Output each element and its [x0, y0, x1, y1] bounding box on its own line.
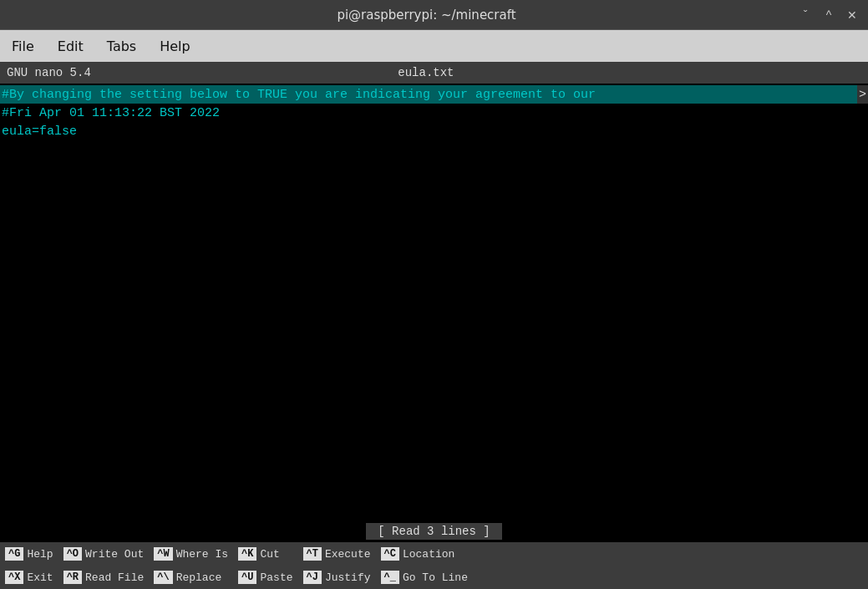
close-button[interactable]: ✕	[843, 6, 861, 24]
shortcut-key-3: ^K	[238, 547, 256, 561]
window-title: pi@raspberrypi: ~/minecraft	[337, 8, 515, 23]
shortcut-label-0: Help	[27, 548, 53, 561]
editor-area[interactable]: #By changing the setting below to TRUE y…	[0, 84, 868, 520]
shortcut-ctrl-G[interactable]: ^GHelp	[0, 542, 58, 566]
shortcut-ctrl-C[interactable]: ^CLocation	[376, 542, 473, 566]
status-bar: [ Read 3 lines ]	[0, 520, 868, 542]
shortcut-key-2: ^W	[154, 547, 172, 561]
menu-item-file[interactable]: File	[8, 37, 38, 56]
shortcut-ctrl-T[interactable]: ^TExecute	[298, 542, 376, 566]
editor-line-3: eula=false	[0, 122, 868, 140]
shortcut-ctrl-_[interactable]: ^_Go To Line	[376, 566, 473, 589]
shortcut-label-1: Write Out	[85, 548, 144, 561]
editor-line-1: #By changing the setting below to TRUE y…	[0, 85, 868, 104]
shortcut-label-7: Read File	[85, 571, 144, 584]
nano-filename: eula.txt	[398, 66, 454, 79]
shortcut-label-6: Exit	[27, 571, 53, 584]
chevron-down-button[interactable]: ˇ	[796, 6, 815, 24]
shortcut-ctrl-W[interactable]: ^WWhere Is	[149, 542, 233, 566]
title-controls: ˇ ^ ✕	[796, 6, 861, 24]
scroll-indicator: >	[857, 85, 868, 104]
shortcuts-grid: ^GHelp^OWrite Out^WWhere Is^KCut^TExecut…	[0, 542, 473, 589]
line-text-2: #Fri Apr 01 11:13:22 BST 2022	[2, 104, 220, 122]
shortcut-label-5: Location	[403, 548, 454, 561]
chevron-up-button[interactable]: ^	[820, 6, 838, 24]
shortcut-key-10: ^J	[303, 571, 322, 584]
shortcut-label-3: Cut	[260, 548, 279, 561]
shortcut-key-7: ^R	[63, 571, 82, 584]
nano-version: GNU nano 5.4	[7, 66, 91, 79]
shortcut-label-2: Where Is	[176, 548, 228, 561]
shortcut-label-10: Justify	[325, 571, 371, 584]
shortcut-key-6: ^X	[5, 571, 23, 584]
shortcut-key-8: ^\	[154, 571, 172, 584]
shortcut-key-1: ^O	[63, 547, 82, 561]
menu-bar: FileEditTabsHelp	[0, 30, 868, 62]
shortcut-key-11: ^_	[381, 571, 399, 584]
editor-line-2: #Fri Apr 01 11:13:22 BST 2022	[0, 104, 868, 122]
shortcuts-bar: ^GHelp^OWrite Out^WWhere Is^KCut^TExecut…	[0, 542, 868, 589]
editor-content: #By changing the setting below to TRUE y…	[0, 85, 868, 519]
line-text-3: eula=false	[2, 123, 77, 140]
menu-item-edit[interactable]: Edit	[54, 37, 87, 56]
shortcut-ctrl-K[interactable]: ^KCut	[233, 542, 297, 566]
shortcut-key-0: ^G	[5, 547, 23, 561]
shortcut-ctrl-R[interactable]: ^RRead File	[58, 566, 150, 589]
menu-item-tabs[interactable]: Tabs	[104, 37, 140, 56]
shortcut-ctrl-X[interactable]: ^XExit	[0, 566, 58, 589]
shortcut-key-9: ^U	[238, 571, 256, 584]
shortcut-ctrl-\[interactable]: ^\Replace	[149, 566, 233, 589]
status-message: [ Read 3 lines ]	[366, 523, 501, 540]
shortcut-label-11: Go To Line	[403, 571, 468, 584]
shortcut-ctrl-J[interactable]: ^JJustify	[298, 566, 376, 589]
title-bar: pi@raspberrypi: ~/minecraft ˇ ^ ✕	[0, 0, 868, 30]
nano-header: GNU nano 5.4 eula.txt	[0, 62, 868, 84]
shortcut-label-8: Replace	[176, 571, 222, 584]
shortcut-key-4: ^T	[303, 547, 322, 561]
menu-item-help[interactable]: Help	[156, 37, 193, 56]
shortcut-label-9: Paste	[260, 571, 292, 584]
shortcut-ctrl-U[interactable]: ^UPaste	[233, 566, 297, 589]
shortcut-ctrl-O[interactable]: ^OWrite Out	[58, 542, 150, 566]
shortcut-key-5: ^C	[381, 547, 399, 561]
line-text-1: #By changing the setting below to TRUE y…	[2, 86, 596, 104]
shortcut-label-4: Execute	[325, 548, 371, 561]
